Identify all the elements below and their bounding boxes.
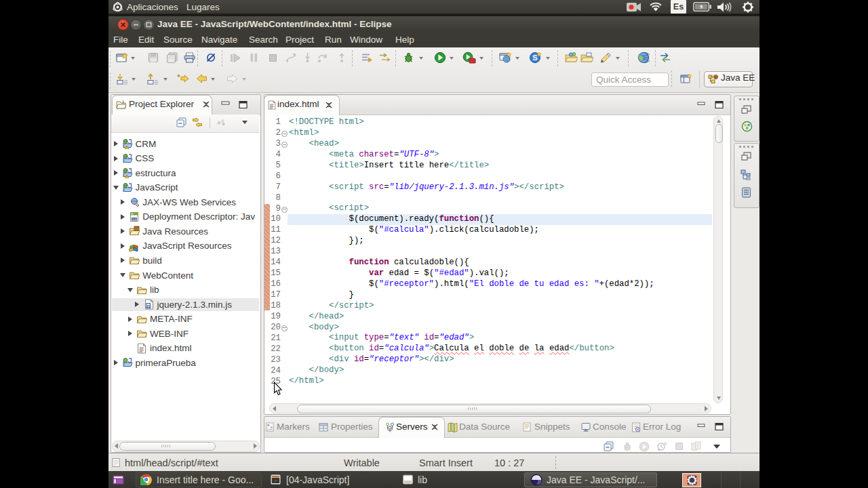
svg-text:S: S [532,54,537,62]
